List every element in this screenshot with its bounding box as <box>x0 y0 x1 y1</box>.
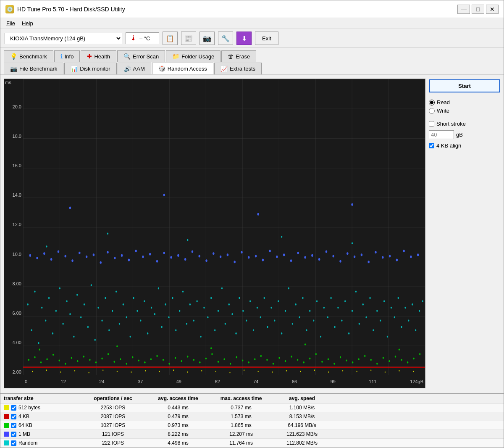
drive-selector[interactable]: KIOXIA TransMemory (124 gB) <box>5 33 122 44</box>
svg-point-262 <box>173 369 174 371</box>
read-radio-item[interactable]: Read <box>429 99 500 105</box>
svg-point-197 <box>132 356 133 358</box>
tab-extra-tests[interactable]: 📈 Extra tests <box>214 63 262 74</box>
svg-point-21 <box>163 252 165 254</box>
read-radio[interactable] <box>429 100 435 105</box>
right-panel: Start Read Write Short stroke <box>429 79 500 388</box>
write-radio[interactable] <box>429 108 435 114</box>
start-button[interactable]: Start <box>429 79 500 92</box>
row-checkbox-3[interactable] <box>11 432 16 437</box>
svg-point-63 <box>31 329 32 331</box>
svg-point-27 <box>205 259 207 262</box>
svg-point-236 <box>370 359 372 361</box>
svg-point-166 <box>394 316 395 319</box>
camera-button[interactable]: 📷 <box>200 32 215 45</box>
svg-point-272 <box>314 369 315 371</box>
svg-point-225 <box>303 361 304 364</box>
svg-point-192 <box>101 358 102 360</box>
four-kb-align-item[interactable]: 4 KB align <box>429 142 500 149</box>
row-checkbox-0[interactable] <box>11 405 16 411</box>
stroke-spinbox[interactable] <box>429 130 454 139</box>
svg-point-209 <box>205 358 207 360</box>
tab-benchmark[interactable]: 💡 Benchmark <box>4 50 53 62</box>
x-label-4: 49 <box>176 379 181 384</box>
copy-button[interactable]: 📋 <box>163 32 178 45</box>
info-button[interactable]: 📰 <box>181 32 196 45</box>
tab-error-scan[interactable]: 🔍 Error Scan <box>117 50 165 62</box>
thermometer-icon: 🌡 <box>130 34 137 42</box>
four-kb-align-checkbox[interactable] <box>429 143 434 148</box>
svg-point-230 <box>333 363 335 365</box>
short-stroke-checkbox[interactable] <box>429 121 434 126</box>
svg-point-39 <box>290 259 292 262</box>
tab-info[interactable]: ℹ Info <box>54 50 80 62</box>
download-button[interactable]: ⬇ <box>236 32 252 45</box>
svg-point-38 <box>283 253 285 256</box>
health-icon: ✚ <box>87 53 92 60</box>
tab-file-benchmark[interactable]: 📷 File Benchmark <box>4 63 63 74</box>
svg-point-256 <box>89 372 89 373</box>
tab-file-benchmark-label: File Benchmark <box>19 66 57 72</box>
svg-point-50 <box>368 261 369 263</box>
y-label-4: 14.0 <box>5 192 21 198</box>
x-label-8: 99 <box>331 379 336 384</box>
tab-health[interactable]: ✚ Health <box>81 50 116 62</box>
svg-point-60 <box>257 213 259 216</box>
close-button[interactable]: ✕ <box>486 5 499 14</box>
transfer-size-cell-4: Random <box>4 440 79 446</box>
file-benchmark-icon: 📷 <box>10 66 17 72</box>
row-checkbox-4[interactable] <box>11 440 16 446</box>
tab-random-access[interactable]: 🎲 Random Access <box>152 63 213 74</box>
svg-point-93 <box>136 310 138 312</box>
svg-point-4 <box>43 252 45 255</box>
chart-area: ms 20.0 18.0 16.0 14.0 12.0 10.0 8.00 6.… <box>4 79 425 388</box>
menu-file[interactable]: File <box>3 19 18 28</box>
svg-point-99 <box>158 287 159 290</box>
svg-point-25 <box>192 250 193 253</box>
toolbar: KIOXIA TransMemory (124 gB) 🌡 – °C 📋 📰 📷… <box>0 29 504 48</box>
svg-point-149 <box>334 326 335 328</box>
svg-point-169 <box>404 307 406 309</box>
svg-point-165 <box>391 307 392 309</box>
svg-point-227 <box>315 353 317 355</box>
menu-help[interactable]: Help <box>18 19 37 28</box>
table-row: Random 222 IOPS 4.498 ms 11.764 ms 112.8… <box>0 439 504 448</box>
svg-point-106 <box>182 290 184 293</box>
svg-point-3 <box>36 257 38 259</box>
svg-point-246 <box>116 345 118 348</box>
svg-point-207 <box>193 359 194 361</box>
svg-point-5 <box>50 258 52 261</box>
svg-point-11 <box>93 253 94 256</box>
avg-speed-cell-4: 112.802 MB/s <box>273 440 331 446</box>
svg-point-155 <box>355 290 357 293</box>
maximize-button[interactable]: □ <box>472 5 484 14</box>
svg-point-30 <box>227 253 228 256</box>
svg-point-139 <box>299 316 300 319</box>
avg-speed-cell-0: 1.100 MB/s <box>273 405 331 411</box>
tab-erase[interactable]: 🗑 Erase <box>221 50 256 62</box>
tab-disk-monitor[interactable]: 📊 Disk monitor <box>64 63 116 74</box>
svg-point-28 <box>213 252 214 255</box>
short-stroke-item[interactable]: Short stroke <box>429 121 500 127</box>
svg-point-95 <box>144 300 145 302</box>
svg-point-6 <box>58 250 59 253</box>
exit-button[interactable]: Exit <box>255 32 278 45</box>
svg-point-81 <box>94 339 96 341</box>
svg-point-137 <box>292 323 293 325</box>
tab-aam[interactable]: 🔊 AAM <box>118 63 151 74</box>
svg-point-188 <box>77 360 78 362</box>
tab-folder-usage[interactable]: 📁 Folder Usage <box>166 50 220 62</box>
avg-speed-cell-2: 64.196 MB/s <box>273 422 331 428</box>
svg-point-141 <box>306 329 307 331</box>
svg-point-186 <box>65 363 66 365</box>
svg-point-210 <box>211 353 213 355</box>
tools-button[interactable]: 🔧 <box>218 32 233 45</box>
write-radio-item[interactable]: Write <box>429 108 500 114</box>
row-checkbox-2[interactable] <box>11 423 16 428</box>
svg-point-71 <box>59 287 60 290</box>
y-label-1: 20.0 <box>5 104 21 109</box>
minimize-button[interactable]: — <box>457 5 470 14</box>
svg-point-158 <box>365 316 367 319</box>
row-checkbox-1[interactable] <box>11 414 16 419</box>
svg-point-14 <box>114 257 116 259</box>
